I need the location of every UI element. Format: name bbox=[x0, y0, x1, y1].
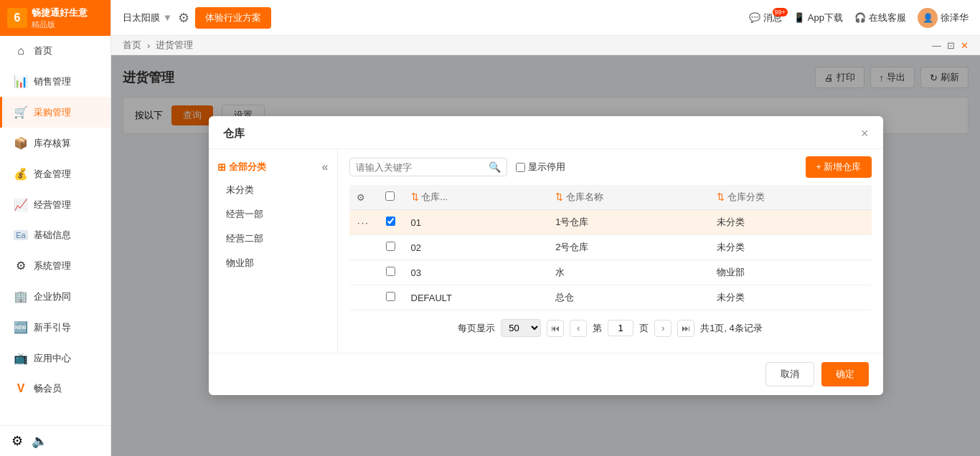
sidebar-item-finance[interactable]: 💰 资金管理 bbox=[0, 158, 110, 189]
collapse-icon[interactable]: « bbox=[322, 161, 329, 174]
home-icon: ⌂ bbox=[14, 44, 28, 57]
sidebar-label-home: 首页 bbox=[34, 44, 52, 57]
notification-item[interactable]: 💬 消息 99+ bbox=[749, 11, 782, 24]
row-checkbox-0[interactable] bbox=[386, 217, 395, 226]
headset-icon: 🎧 bbox=[854, 12, 866, 23]
page-label: 第 bbox=[593, 322, 602, 335]
show-disabled-checkbox[interactable] bbox=[516, 163, 525, 172]
content-area: 进货管理 🖨 打印 ↑ 导出 ↻ 刷新 按 bbox=[111, 55, 980, 456]
sidebar-nav: ⌂ 首页 📊 销售管理 🛒 采购管理 📦 库存核算 💰 资金管理 📈 经营管理 … bbox=[0, 36, 110, 425]
appcenter-icon: 📺 bbox=[14, 351, 28, 365]
modal-close-btn[interactable]: × bbox=[861, 126, 869, 141]
warehouse-modal: 仓库 × ⊞ 全部分类 « 未分类 bbox=[209, 116, 883, 395]
sidebar-label-sales: 销售管理 bbox=[34, 75, 71, 88]
window-maximize-icon[interactable]: ⊡ bbox=[947, 40, 955, 51]
row-gear-cell bbox=[349, 235, 378, 260]
modal-header: 仓库 × bbox=[209, 116, 883, 149]
store-arrow-icon: ▼ bbox=[163, 12, 172, 23]
sidebar-item-purchase[interactable]: 🛒 采购管理 bbox=[0, 97, 110, 128]
gear-header-icon[interactable]: ⚙ bbox=[357, 192, 365, 203]
basic-icon: Ea bbox=[14, 230, 28, 240]
table-row[interactable]: 03 水 物业部 bbox=[349, 260, 872, 285]
add-warehouse-btn[interactable]: + 新增仓库 bbox=[806, 156, 871, 178]
store-selector[interactable]: 日太阳膜 ▼ bbox=[123, 11, 172, 24]
category-all[interactable]: ⊞ 全部分类 « bbox=[209, 156, 337, 178]
page-input[interactable] bbox=[608, 320, 633, 336]
search-box: 🔍 bbox=[349, 158, 507, 176]
category-panel: ⊞ 全部分类 « 未分类 经营一部 经营二部 物业部 bbox=[209, 149, 338, 353]
row-gear-cell bbox=[349, 260, 378, 285]
row-checkbox-2[interactable] bbox=[386, 267, 395, 276]
experience-btn[interactable]: 体验行业方案 bbox=[195, 7, 271, 29]
search-input[interactable] bbox=[356, 162, 484, 173]
category-item-uncategorized[interactable]: 未分类 bbox=[209, 178, 337, 202]
first-page-btn[interactable]: ⏮ bbox=[547, 320, 564, 337]
window-minimize-icon[interactable]: — bbox=[932, 40, 941, 51]
row-gear-cell bbox=[349, 285, 378, 310]
notification-badge: 99+ bbox=[773, 8, 788, 16]
sidebar-item-enterprise[interactable]: 🏢 企业协同 bbox=[0, 281, 110, 312]
app-download-item[interactable]: 📱 App下载 bbox=[793, 11, 843, 24]
th-code: ⇅ 仓库... bbox=[404, 185, 549, 210]
sidebar-item-home[interactable]: ⌂ 首页 bbox=[0, 36, 110, 66]
select-all-checkbox[interactable] bbox=[385, 191, 395, 201]
user-area[interactable]: 👤 徐泽华 bbox=[918, 8, 969, 28]
table-row[interactable]: 02 2号仓库 未分类 bbox=[349, 235, 872, 260]
pagination: 每页显示 50 100 200 ⏮ ‹ 第 bbox=[349, 310, 872, 346]
prev-page-btn[interactable]: ‹ bbox=[570, 320, 587, 337]
sidebar-item-basic[interactable]: Ea 基础信息 bbox=[0, 220, 110, 250]
row-code: 02 bbox=[404, 235, 549, 260]
store-name: 日太阳膜 bbox=[123, 11, 160, 24]
sidebar-label-system: 系统管理 bbox=[34, 260, 71, 272]
confirm-btn[interactable]: 确定 bbox=[821, 362, 869, 386]
topbar-gear-icon[interactable]: ⚙ bbox=[178, 10, 189, 26]
modal-title: 仓库 bbox=[223, 127, 245, 141]
speaker-icon[interactable]: 🔈 bbox=[32, 433, 47, 449]
sidebar-label-enterprise: 企业协同 bbox=[34, 290, 71, 303]
mobile-icon: 📱 bbox=[793, 12, 805, 23]
topbar-right: 💬 消息 99+ 📱 App下载 🎧 在线客服 👤 徐泽华 bbox=[749, 8, 969, 28]
row-checkbox-cell bbox=[378, 210, 404, 235]
window-close-icon[interactable]: ✕ bbox=[961, 40, 969, 51]
finance-icon: 💰 bbox=[14, 167, 28, 181]
search-icon[interactable]: 🔍 bbox=[489, 161, 501, 173]
row-dots-btn[interactable]: ··· bbox=[357, 217, 369, 228]
grid-icon: ⊞ bbox=[217, 161, 226, 173]
row-code: 03 bbox=[404, 260, 549, 285]
sidebar-item-appcenter[interactable]: 📺 应用中心 bbox=[0, 343, 110, 374]
category-item-dept1[interactable]: 经营一部 bbox=[209, 202, 337, 227]
sidebar-item-operations[interactable]: 📈 经营管理 bbox=[0, 189, 110, 220]
table-row[interactable]: ··· 01 1号仓库 未分类 bbox=[349, 210, 872, 235]
main-area: 日太阳膜 ▼ ⚙ 体验行业方案 💬 消息 99+ 📱 App下载 🎧 在线客服 … bbox=[111, 0, 980, 456]
sidebar-label-finance: 资金管理 bbox=[34, 168, 71, 181]
breadcrumb-home[interactable]: 首页 bbox=[123, 39, 141, 52]
guide-icon: 🆕 bbox=[14, 320, 28, 334]
per-page-select[interactable]: 50 100 200 bbox=[501, 319, 541, 337]
customer-service-item[interactable]: 🎧 在线客服 bbox=[854, 11, 906, 24]
row-checkbox-1[interactable] bbox=[386, 242, 395, 251]
category-item-dept2[interactable]: 经营二部 bbox=[209, 227, 337, 251]
operations-icon: 📈 bbox=[14, 198, 28, 212]
modal-body: ⊞ 全部分类 « 未分类 经营一部 经营二部 物业部 bbox=[209, 149, 883, 353]
table-row[interactable]: DEFAULT 总仓 未分类 bbox=[349, 285, 872, 310]
sidebar-item-member[interactable]: V 畅会员 bbox=[0, 374, 110, 404]
sidebar-item-inventory[interactable]: 📦 库存核算 bbox=[0, 128, 110, 158]
cancel-btn[interactable]: 取消 bbox=[765, 362, 814, 386]
notification-icon: 💬 bbox=[749, 12, 760, 23]
sidebar: 6 畅捷通好生意 精品版 ⌂ 首页 📊 销售管理 🛒 采购管理 📦 库存核算 💰… bbox=[0, 0, 111, 456]
per-page-label: 每页显示 bbox=[458, 322, 495, 335]
sidebar-item-sales[interactable]: 📊 销售管理 bbox=[0, 66, 110, 97]
sidebar-item-system[interactable]: ⚙ 系统管理 bbox=[0, 250, 110, 281]
breadcrumb: 首页 › 进货管理 — ⊡ ✕ bbox=[111, 36, 980, 55]
purchase-icon: 🛒 bbox=[14, 105, 28, 119]
settings-bottom-icon[interactable]: ⚙ bbox=[11, 433, 23, 449]
user-name: 徐泽华 bbox=[941, 11, 969, 24]
category-item-property[interactable]: 物业部 bbox=[209, 251, 337, 275]
app-download-label: App下载 bbox=[808, 11, 843, 24]
last-page-btn[interactable]: ⏭ bbox=[677, 320, 694, 337]
next-page-btn[interactable]: › bbox=[654, 320, 672, 337]
row-name: 水 bbox=[548, 260, 710, 285]
sidebar-item-guide[interactable]: 🆕 新手引导 bbox=[0, 312, 110, 343]
warehouse-table: ⚙ ⇅ 仓库... bbox=[349, 185, 872, 310]
row-checkbox-3[interactable] bbox=[386, 292, 395, 301]
